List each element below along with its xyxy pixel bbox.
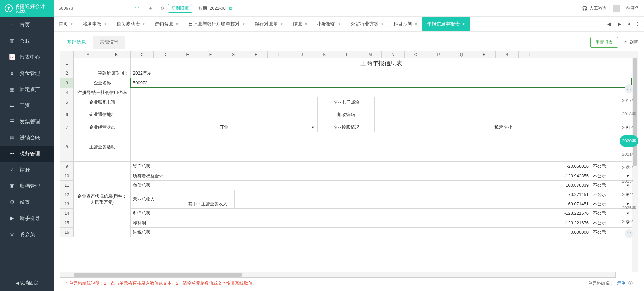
row-header[interactable]: 9 <box>60 162 74 171</box>
row-header[interactable]: 8 <box>60 132 74 161</box>
row-header[interactable]: 6 <box>60 107 74 122</box>
sheet-title[interactable]: 工商年报信息表 <box>131 58 632 68</box>
cell-label[interactable]: 注册号/统一社会信用代码 <box>74 88 131 97</box>
col-header[interactable]: T <box>519 51 541 58</box>
nav-home[interactable]: ⌂首页 <box>0 17 54 33</box>
year-item[interactable]: 2017年 <box>620 95 638 106</box>
row-header[interactable]: 1 <box>60 58 74 68</box>
col-header[interactable]: H <box>245 51 268 58</box>
year-item[interactable]: 2022年 <box>620 162 638 174</box>
cell-value[interactable]: -20.066016 <box>181 162 591 171</box>
cell-value[interactable] <box>131 132 632 161</box>
company-select[interactable]: 500973 ﹀ <box>59 5 139 11</box>
cell-label[interactable]: 资产总额 <box>131 162 181 171</box>
nav-archive[interactable]: ▣归档管理 <box>0 178 54 194</box>
subtab-other[interactable]: 其他信息 <box>93 36 125 49</box>
cell-label[interactable]: 企业控股情况 <box>318 122 375 132</box>
cell-label[interactable]: 净利润 <box>131 218 181 227</box>
cell-value[interactable]: 2022年度 <box>131 68 632 78</box>
col-header[interactable]: G <box>222 51 245 58</box>
col-header[interactable]: P <box>427 51 450 58</box>
cell-value[interactable] <box>131 88 632 97</box>
col-header[interactable]: C <box>131 51 154 58</box>
year-item[interactable]: 2019年 <box>620 122 638 133</box>
close-icon[interactable]: ✕ <box>338 22 341 27</box>
unpin-button[interactable]: ◀ 取消固定 <box>0 275 54 291</box>
col-header[interactable]: F <box>199 51 222 58</box>
row-header[interactable]: 16 <box>60 228 74 237</box>
cell-value[interactable]: 69.071451 <box>235 199 591 208</box>
refresh-button[interactable]: ↻刷新 <box>624 39 638 45</box>
nav-ledger[interactable]: ▥总账 <box>0 33 54 49</box>
cell-label[interactable]: 企业经营状态 <box>74 122 131 132</box>
enterprise-name-cell[interactable]: 500973 <box>131 78 632 88</box>
subtab-basic[interactable]: 基础信息 <box>60 36 93 49</box>
tab-close-all-button[interactable]: ✕ <box>624 17 634 32</box>
close-icon[interactable]: ✕ <box>70 22 73 27</box>
year-item[interactable]: 2026年 <box>620 216 638 227</box>
row-header[interactable]: 5 <box>60 97 74 107</box>
cell-value[interactable]: -120.942355 <box>181 171 591 180</box>
tab-closing[interactable]: 结账✕ <box>288 17 312 31</box>
cell-label[interactable]: 纳税总额 <box>131 228 181 237</box>
col-header[interactable]: B <box>102 51 131 58</box>
row-header[interactable]: 10 <box>60 171 74 181</box>
cell-label[interactable]: 企业电子邮箱 <box>318 97 375 107</box>
cell-value[interactable]: 0.000000 <box>181 228 591 237</box>
biz-status-select[interactable]: 开业▼ <box>131 122 318 132</box>
row-header[interactable]: 11 <box>60 181 74 190</box>
close-icon[interactable]: ✕ <box>304 22 308 27</box>
nav-purchase-sales[interactable]: ▤进销台账 <box>0 130 54 146</box>
year-item-active[interactable]: 2020年 <box>620 135 638 147</box>
cell-value[interactable] <box>375 107 632 122</box>
tab-prev-button[interactable]: ◀ <box>604 17 614 32</box>
year-down-button[interactable]: ﹀ <box>625 229 633 238</box>
tab-journal-bank[interactable]: 日记账与银行对账单核对✕ <box>183 17 250 31</box>
col-header[interactable]: M <box>359 51 382 58</box>
tab-bank-statement[interactable]: 银行对账单✕ <box>250 17 288 31</box>
calendar-icon[interactable]: ▦ <box>228 6 232 11</box>
settings-icon[interactable]: ⚙ <box>159 5 165 11</box>
close-icon[interactable]: ✕ <box>381 22 384 27</box>
old-version-button[interactable]: 切到旧版 <box>168 4 192 13</box>
horizontal-scrollbar[interactable] <box>60 272 616 278</box>
col-header[interactable]: I <box>268 51 290 58</box>
row-header[interactable]: 2 <box>60 68 74 78</box>
nav-fixed-assets[interactable]: ▦固定资产 <box>0 81 54 97</box>
close-icon[interactable]: ✕ <box>280 22 283 27</box>
period-value[interactable]: 2021-06 <box>210 6 226 11</box>
close-icon[interactable]: ✕ <box>462 22 465 27</box>
nav-invoice[interactable]: ☰发票管理 <box>0 113 54 130</box>
row-header[interactable]: 15 <box>60 218 74 228</box>
cell-label[interactable]: 税款所属期间： <box>74 68 131 78</box>
holding-select[interactable]: 私营企业▼ <box>375 122 632 132</box>
col-header[interactable]: R <box>473 51 496 58</box>
cell-value[interactable]: 70.271451 <box>235 190 591 199</box>
tab-tax-declare[interactable]: 税务申报✕ <box>78 17 112 31</box>
cell-label[interactable]: 邮政编码 <box>318 107 375 122</box>
cell-label[interactable]: 营业总收入 <box>131 190 181 209</box>
nav-salary[interactable]: ▭工资 <box>0 97 54 113</box>
col-header[interactable]: A <box>74 51 102 58</box>
tab-annual-report[interactable]: 年报信息申报表✕ <box>422 17 470 31</box>
close-icon[interactable]: ✕ <box>414 22 418 27</box>
year-item[interactable]: 2025年 <box>620 202 638 214</box>
tab-subject-opening[interactable]: 科目期初✕ <box>389 17 422 31</box>
nav-guide[interactable]: ▶新手引导 <box>0 210 54 226</box>
cell-value[interactable] <box>375 97 632 107</box>
nav-reports[interactable]: 📈报表中心 <box>0 49 54 65</box>
col-header[interactable]: L <box>336 51 359 58</box>
cell-value[interactable] <box>131 97 318 107</box>
cell-label[interactable]: 企业名称 <box>74 78 131 88</box>
cell-label[interactable]: 主营业务活动 <box>74 132 131 161</box>
cell-label[interactable]: 利润总额 <box>131 209 181 218</box>
scrollbar-thumb[interactable] <box>74 273 241 277</box>
cell-value[interactable]: 100.876339 <box>181 181 591 190</box>
nav-member[interactable]: V畅会员 <box>0 226 54 242</box>
tab-home[interactable]: 首页✕ <box>54 17 78 31</box>
cell-label[interactable]: 负债总额 <box>131 181 181 190</box>
nav-tax[interactable]: ☷税务管理 <box>0 146 54 162</box>
close-icon[interactable]: ✕ <box>175 22 179 27</box>
tab-foreign-trade[interactable]: 外贸行业方案✕ <box>346 17 389 31</box>
close-icon[interactable]: ✕ <box>104 22 107 27</box>
